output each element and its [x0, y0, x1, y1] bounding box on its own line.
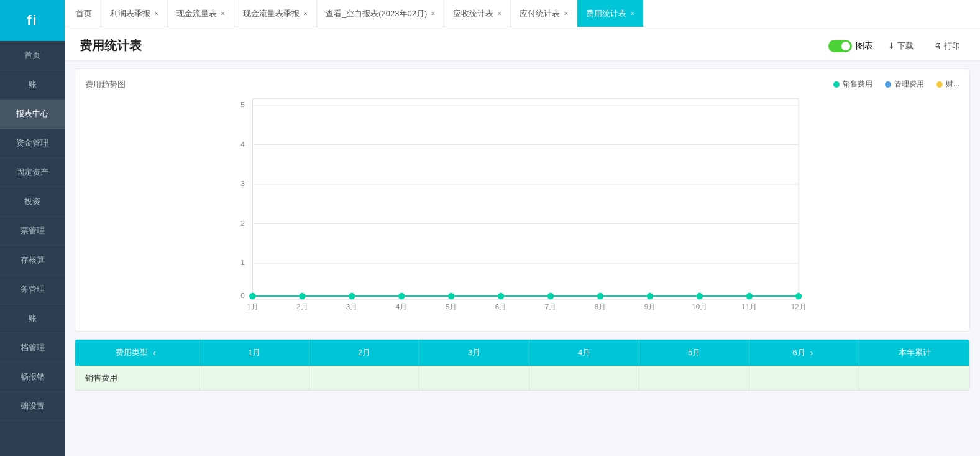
prev-arrow[interactable]: ‹: [150, 348, 158, 358]
row-m3: [419, 366, 529, 390]
chart-toggle[interactable]: [828, 40, 852, 52]
tab-home[interactable]: 首页: [67, 0, 101, 27]
sidebar-item-settings[interactable]: 础设置: [0, 392, 65, 421]
svg-text:3: 3: [240, 179, 244, 187]
chart-section: 费用趋势图 销售费用 管理费用 财...: [75, 68, 970, 332]
svg-text:4: 4: [240, 140, 245, 148]
chart-point-5: [448, 293, 455, 300]
svg-text:3月: 3月: [346, 302, 357, 310]
tab-profit-quarterly[interactable]: 利润表季报 ×: [101, 0, 168, 27]
col-month-6: 6月 ›: [749, 340, 859, 366]
col-ytd: 本年累计: [859, 340, 969, 366]
sidebar-item-assets[interactable]: 固定资产: [0, 158, 65, 187]
chart-point-7: [547, 293, 554, 300]
sidebar-item-archive[interactable]: 档管理: [0, 333, 65, 363]
tab-close-payable[interactable]: ×: [564, 9, 568, 18]
sidebar-item-home[interactable]: 首页: [0, 41, 65, 70]
tab-receivable[interactable]: 应收统计表 ×: [444, 0, 511, 27]
col-month-1: 1月: [199, 340, 309, 366]
tab-close-cashflow-quarterly[interactable]: ×: [303, 9, 308, 18]
svg-text:2: 2: [240, 219, 244, 227]
svg-text:7月: 7月: [545, 302, 556, 310]
tab-close-expense-stats[interactable]: ×: [630, 9, 634, 18]
svg-text:5月: 5月: [446, 302, 457, 310]
header-actions: 图表 ⬇ 下载 🖨 打印: [828, 38, 965, 54]
tab-expense-stats[interactable]: 费用统计表 ×: [577, 0, 644, 27]
chart-title: 费用趋势图: [85, 79, 126, 90]
chart-point-11: [746, 293, 753, 300]
sidebar-item-account[interactable]: 账: [0, 70, 65, 100]
svg-text:1月: 1月: [247, 302, 258, 310]
chart-point-4: [398, 293, 405, 300]
svg-text:2月: 2月: [296, 302, 308, 310]
tab-bar: 首页 利润表季报 × 现金流量表 × 现金流量表季报 × 查看_空白报表(202…: [65, 0, 980, 27]
chart-point-6: [498, 293, 505, 300]
svg-text:1: 1: [240, 258, 244, 266]
chart-point-2: [299, 293, 306, 300]
chart-point-8: [597, 293, 604, 300]
col-month-4: 4月: [529, 340, 639, 366]
svg-text:4月: 4月: [396, 302, 407, 310]
page-title: 费用统计表: [80, 37, 142, 54]
tab-close-cashflow[interactable]: ×: [221, 9, 225, 18]
row-ytd: [859, 366, 969, 390]
svg-rect-12: [252, 98, 799, 299]
chart-point-1: [249, 293, 256, 300]
download-button[interactable]: ⬇ 下载: [883, 38, 918, 54]
sidebar-item-tickets[interactable]: 票管理: [0, 216, 65, 246]
line-chart-svg: 5 4 3 2 1 0: [85, 95, 959, 319]
legend-label-management: 管理费用: [894, 79, 924, 90]
sidebar-item-invest[interactable]: 投资: [0, 187, 65, 216]
row-m5: [639, 366, 749, 390]
sidebar-item-service[interactable]: 务管理: [0, 275, 65, 304]
svg-text:12月: 12月: [791, 302, 807, 310]
tab-cashflow[interactable]: 现金流量表 ×: [168, 0, 234, 27]
legend-dot-finance: [936, 81, 943, 88]
sidebar-item-ledger[interactable]: 账: [0, 304, 65, 333]
sidebar-item-inventory[interactable]: 存核算: [0, 246, 65, 275]
col-type: 费用类型 ‹: [75, 340, 199, 366]
legend-dot-sales: [833, 81, 840, 88]
print-label: 打印: [944, 40, 960, 52]
row-m6: [749, 366, 859, 390]
chart-point-9: [647, 293, 654, 300]
col-month-2: 2月: [309, 340, 419, 366]
chart-point-12: [795, 293, 802, 300]
tab-close-profit-quarterly[interactable]: ×: [154, 9, 158, 18]
svg-text:9月: 9月: [644, 302, 656, 310]
tab-close-receivable[interactable]: ×: [497, 9, 501, 18]
download-label: 下载: [897, 40, 914, 52]
chart-legend: 销售费用 管理费用 财...: [833, 79, 959, 90]
row-m4: [529, 366, 639, 390]
main-area: 首页 利润表季报 × 现金流量表 × 现金流量表季报 × 查看_空白报表(202…: [65, 0, 980, 456]
legend-dot-management: [885, 81, 891, 88]
legend-management: 管理费用: [885, 79, 924, 90]
sidebar-item-expense[interactable]: 畅报销: [0, 363, 65, 392]
row-m1: [199, 366, 309, 390]
table-header: 费用类型 ‹ 1月 2月 3月 4月 5月: [75, 340, 969, 366]
svg-text:8月: 8月: [595, 302, 606, 310]
tab-payable[interactable]: 应付统计表 ×: [511, 0, 577, 27]
sidebar-item-funds[interactable]: 资金管理: [0, 129, 65, 158]
row-type-label: 销售费用: [75, 366, 199, 390]
sidebar-item-reports[interactable]: 报表中心: [0, 100, 65, 129]
svg-text:11月: 11月: [741, 302, 757, 310]
col-month-5: 5月: [639, 340, 749, 366]
legend-label-finance: 财...: [946, 79, 959, 90]
chart-point-3: [349, 293, 355, 300]
tab-blank-report[interactable]: 查看_空白报表(2023年02月) ×: [317, 0, 444, 27]
legend-label-sales: 销售费用: [843, 79, 872, 90]
chart-toggle-wrap[interactable]: 图表: [828, 40, 873, 52]
next-arrow[interactable]: ›: [808, 348, 816, 358]
svg-text:6月: 6月: [495, 302, 506, 310]
svg-text:0: 0: [240, 291, 245, 299]
chart-point-10: [697, 293, 703, 300]
tab-cashflow-quarterly[interactable]: 现金流量表季报 ×: [234, 0, 317, 27]
print-icon: 🖨: [933, 41, 941, 50]
chart-wrap: 5 4 3 2 1 0: [85, 95, 959, 321]
col-month-3: 3月: [419, 340, 529, 366]
chart-toggle-label: 图表: [856, 40, 873, 52]
print-button[interactable]: 🖨 打印: [928, 38, 965, 54]
tab-close-blank-report[interactable]: ×: [431, 9, 435, 18]
sidebar-logo: fi: [0, 0, 65, 41]
